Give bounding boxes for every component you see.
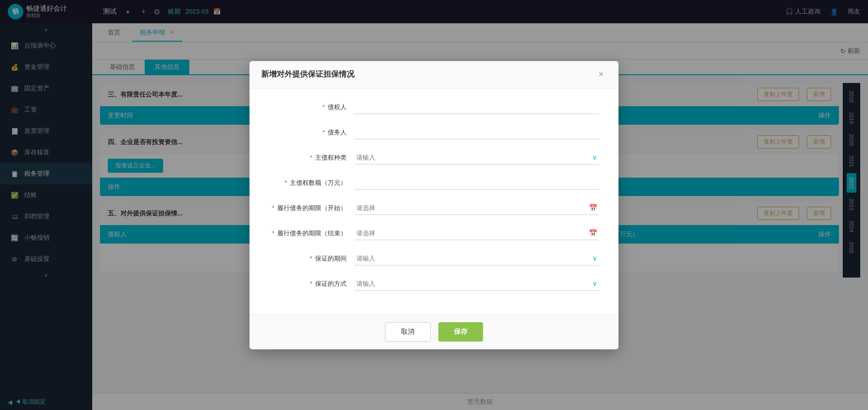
form-row-creditor: * 债权人 [269, 100, 599, 114]
form-row-guarantee-method: * 保证的方式 ∨ [269, 277, 599, 291]
guarantee-method-label: * 保证的方式 [269, 279, 347, 288]
perform-start-date-wrap: 📅 [354, 201, 599, 215]
creditor-label: * 债权人 [269, 103, 347, 112]
perform-end-calendar-icon[interactable]: 📅 [587, 229, 599, 237]
claim-type-label: * 主债权种类 [269, 153, 347, 162]
form-row-perform-start: * 履行债务的期限（开始） 📅 [269, 201, 599, 215]
perform-start-calendar-icon[interactable]: 📅 [587, 204, 599, 212]
modal-footer: 取消 保存 [250, 314, 618, 349]
debtor-input[interactable] [354, 126, 599, 139]
modal-body: * 债权人 * 债务人 * 主债权种类 [250, 89, 618, 314]
perform-start-label: * 履行债务的期限（开始） [269, 204, 347, 213]
claim-type-chevron-icon[interactable]: ∨ [590, 153, 599, 161]
save-button[interactable]: 保存 [438, 322, 483, 342]
claim-type-select-wrap: ∨ [354, 151, 599, 164]
claim-amount-label: * 主债权数额（万元） [269, 179, 347, 187]
perform-start-input[interactable] [354, 201, 587, 214]
guarantee-period-chevron-icon[interactable]: ∨ [590, 254, 599, 262]
guarantee-method-select-wrap: ∨ [354, 277, 599, 291]
form-row-guarantee-period: * 保证的期间 ∨ [269, 252, 599, 265]
modal-overlay[interactable]: 新增对外提供保证担保情况 × * 债权人 * 债务人 [0, 0, 868, 410]
guarantee-period-input[interactable] [354, 252, 590, 265]
claim-amount-input[interactable] [354, 176, 599, 190]
form-row-perform-end: * 履行债务的期限（结束） 📅 [269, 227, 599, 240]
guarantee-period-label: * 保证的期间 [269, 254, 347, 263]
form-row-debtor: * 债务人 [269, 126, 599, 139]
form-row-claim-type: * 主债权种类 ∨ [269, 151, 599, 164]
modal-header: 新增对外提供保证担保情况 × [250, 61, 618, 89]
creditor-input[interactable] [354, 100, 599, 114]
guarantee-method-chevron-icon[interactable]: ∨ [590, 279, 599, 287]
claim-type-input[interactable] [354, 151, 590, 164]
modal-dialog: 新增对外提供保证担保情况 × * 债权人 * 债务人 [250, 61, 618, 349]
guarantee-method-input[interactable] [354, 277, 590, 290]
debtor-label: * 债务人 [269, 128, 347, 137]
perform-end-date-wrap: 📅 [354, 227, 599, 240]
form-row-claim-amount: * 主债权数额（万元） [269, 176, 599, 190]
modal-title: 新增对外提供保证担保情况 [261, 69, 354, 80]
guarantee-period-select-wrap: ∨ [354, 252, 599, 265]
perform-end-label: * 履行债务的期限（结束） [269, 229, 347, 238]
modal-close-icon[interactable]: × [595, 69, 607, 81]
cancel-button[interactable]: 取消 [385, 322, 431, 342]
perform-end-input[interactable] [354, 227, 587, 240]
